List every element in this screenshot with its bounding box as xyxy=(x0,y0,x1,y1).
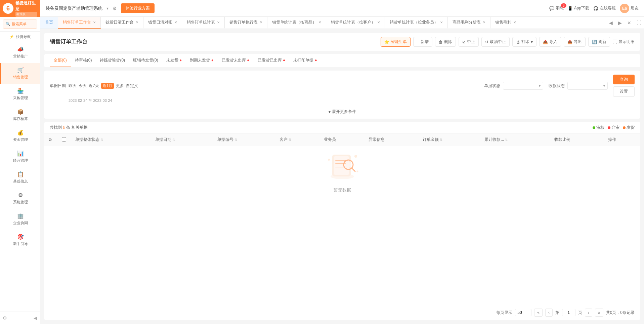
date-option-more[interactable]: 更多 xyxy=(116,83,124,89)
sidebar-item-basic[interactable]: 📋 基础信息 xyxy=(0,167,40,188)
th-collected-sort[interactable]: 累计收款... xyxy=(484,137,546,143)
sidebar-item-purchase[interactable]: 🏪 采购管理 xyxy=(0,84,40,105)
subtab-shipped-not-out[interactable]: 已发货未出库 ● xyxy=(218,54,254,67)
message-action[interactable]: 💬 消息 6 xyxy=(549,5,564,11)
th-customer-sort[interactable]: 客户 xyxy=(280,137,315,143)
sidebar-item-finance[interactable]: 💰 资金管理 xyxy=(0,125,40,146)
th-number-sort[interactable]: 单据编号 xyxy=(217,137,271,143)
per-page-select[interactable]: 50 20 100 xyxy=(515,309,531,316)
subtab-pending-review[interactable]: 待审核(0) xyxy=(71,54,96,67)
bulk-ship-action[interactable]: 发货 xyxy=(623,125,635,130)
bulk-review-action[interactable]: 审核 xyxy=(593,125,604,130)
tab-close-sales-stats[interactable]: ✕ xyxy=(217,21,220,24)
online-service-action[interactable]: 🎧 在线客服 xyxy=(593,5,616,11)
empty-illustration xyxy=(322,146,362,183)
import-button[interactable]: 📥 导入 xyxy=(539,37,561,47)
th-status-sort[interactable]: 单据整体状态 xyxy=(75,137,147,143)
delete-button[interactable]: 🗑 删除 xyxy=(435,37,456,47)
subtab-unshipped[interactable]: 未发货 ● xyxy=(162,54,186,67)
print-button[interactable]: 🖨 打印 ▾ xyxy=(512,37,536,47)
tab-margin-analysis[interactable]: 商品毛利分析表 ✕ xyxy=(448,17,490,29)
status-select[interactable] xyxy=(503,82,543,90)
th-amount-sort[interactable]: 订单金额 xyxy=(423,137,477,143)
gear-icon[interactable]: ⚙ xyxy=(113,6,117,11)
table-info-bar: 共找到 0 条 相关单据 审核 弃审 发货 xyxy=(44,122,640,133)
settings-bottom-icon[interactable]: ⚙ xyxy=(3,315,7,321)
query-button[interactable]: 查询 xyxy=(613,75,635,84)
bulk-cancel-review-action[interactable]: 弃审 xyxy=(608,125,619,130)
tab-home[interactable]: 首页 xyxy=(40,17,58,29)
sidebar-item-sales[interactable]: 🛒 销售管理 xyxy=(0,63,40,84)
pagination-first[interactable]: « xyxy=(534,309,543,317)
pagination-prev[interactable]: ‹ xyxy=(545,309,553,317)
topbar-dropdown-icon[interactable]: ▾ xyxy=(106,6,109,11)
tab-sales-stats[interactable]: 销售订单统计表 ✕ xyxy=(182,17,225,29)
expand-filter-button[interactable]: ▾ 展开更多条件 xyxy=(329,109,356,115)
smart-create-button[interactable]: ⭐ 智能生单 xyxy=(381,37,411,47)
refresh-button[interactable]: 🔄 刷新 xyxy=(588,37,610,47)
svg-point-10 xyxy=(354,155,357,158)
date-option-today[interactable]: 今天 xyxy=(79,83,87,89)
subtab-overdue-unshipped[interactable]: 到期未发货 ● xyxy=(186,54,218,67)
payment-select[interactable] xyxy=(567,82,608,90)
page-header: 销售订单工作台 ⭐ 智能生单 + 新增 🗑 删除 ⊘ 中止 xyxy=(44,33,640,51)
tab-cash-daily[interactable]: 钱货日清工作台 ✕ xyxy=(101,17,143,29)
subtab-wangpu-ship[interactable]: 旺铺待发货(0) xyxy=(129,54,162,67)
tab-close-sales-workbench[interactable]: ✕ xyxy=(93,21,96,24)
date-option-custom[interactable]: 自定义 xyxy=(126,83,138,89)
tab-close-sales-profit[interactable]: ✕ xyxy=(513,21,516,24)
tab-nav-prev[interactable]: ◀ xyxy=(606,20,615,26)
sidebar-item-newbie[interactable]: 🎯 新手引导 xyxy=(0,230,40,250)
date-option-1month[interactable]: 近1月 xyxy=(101,83,114,89)
date-option-yesterday[interactable]: 昨天 xyxy=(69,83,77,89)
tab-close-cash-daily[interactable]: ✕ xyxy=(136,21,138,24)
th-date-sort[interactable]: 单据日期 xyxy=(155,137,209,143)
cancel-stop-button[interactable]: ↺ 取消中止 xyxy=(481,37,510,47)
tab-sales-profit[interactable]: 销售毛利 ✕ xyxy=(490,17,521,29)
tab-close-summary-customer[interactable]: ✕ xyxy=(377,21,380,24)
subtab-pending-inspect[interactable]: 待拣货验货(0) xyxy=(96,54,129,67)
app-download-action[interactable]: 📱 App下载 xyxy=(568,5,589,11)
select-all-checkbox[interactable] xyxy=(62,137,66,141)
th-settings[interactable]: ⚙ xyxy=(44,133,58,146)
tab-close-summary-product[interactable]: ✕ xyxy=(318,21,321,24)
tab-close-margin-analysis[interactable]: ✕ xyxy=(483,21,485,24)
sidebar-item-operations[interactable]: 📊 经营管理 xyxy=(0,146,40,167)
sidebar-item-system[interactable]: ⚙ 系统管理 xyxy=(0,188,40,209)
sidebar-item-inventory[interactable]: 📦 库存核算 xyxy=(0,105,40,125)
show-detail-label[interactable]: 显示明细 xyxy=(613,39,635,45)
tab-close-sales-exec[interactable]: ✕ xyxy=(260,21,262,24)
collapse-icon[interactable]: ◀ xyxy=(34,315,37,321)
user-action[interactable]: Ea 用友 xyxy=(620,4,639,13)
filter-settings-button[interactable]: 设置 xyxy=(613,86,635,97)
tab-close-cash-reconcile[interactable]: ✕ xyxy=(174,21,177,24)
tab-sales-workbench[interactable]: 销售订单工作台 ✕ xyxy=(58,17,101,29)
tab-nav-next[interactable]: ▶ xyxy=(615,20,625,26)
sidebar-item-marketing[interactable]: 📣 营销推广 xyxy=(0,42,40,63)
tab-sales-summary-staff[interactable]: 销货单统计表（按业务员） ✕ xyxy=(385,17,448,29)
date-option-7days[interactable]: 近7天 xyxy=(89,83,99,89)
tab-sales-exec[interactable]: 销售订单执行表 ✕ xyxy=(225,17,267,29)
tab-close-all[interactable]: ✕ xyxy=(625,20,634,26)
pagination-last[interactable]: » xyxy=(595,309,603,317)
tab-cash-reconcile[interactable]: 钱货日清对账 ✕ xyxy=(143,17,182,29)
search-menu-button[interactable]: 🔍 搜索菜单 xyxy=(3,19,37,29)
pagination-input[interactable] xyxy=(562,309,575,316)
sidebar-item-enterprise[interactable]: 🏢 企业协同 xyxy=(0,209,40,230)
tab-sales-summary-customer[interactable]: 销货单统计表（按客户） ✕ xyxy=(326,17,385,29)
subtab-unprinted[interactable]: 未打印单据 ● xyxy=(289,54,321,67)
tab-close-summary-staff[interactable]: ✕ xyxy=(440,21,443,24)
trial-button[interactable]: 体验行业方案 xyxy=(121,3,155,13)
add-button[interactable]: + 新增 xyxy=(413,37,432,47)
stop-button[interactable]: ⊘ 中止 xyxy=(459,37,479,47)
subtab-all[interactable]: 全部(0) xyxy=(50,54,71,67)
pagination-next[interactable]: › xyxy=(585,309,592,317)
show-detail-checkbox[interactable] xyxy=(613,40,617,44)
subtab-shipped-out[interactable]: 已发货已出库 ● xyxy=(254,54,290,67)
empty-state: 暂无数据 xyxy=(44,146,640,193)
sidebar-item-nav[interactable]: ⚡ 快捷导航 xyxy=(0,32,40,42)
th-checkbox[interactable] xyxy=(58,133,71,146)
tab-sales-summary-product[interactable]: 销货单统计表（按商品） ✕ xyxy=(267,17,326,29)
export-button[interactable]: 📤 导出 xyxy=(564,37,586,47)
tab-fullscreen[interactable]: ⛶ xyxy=(634,20,644,26)
